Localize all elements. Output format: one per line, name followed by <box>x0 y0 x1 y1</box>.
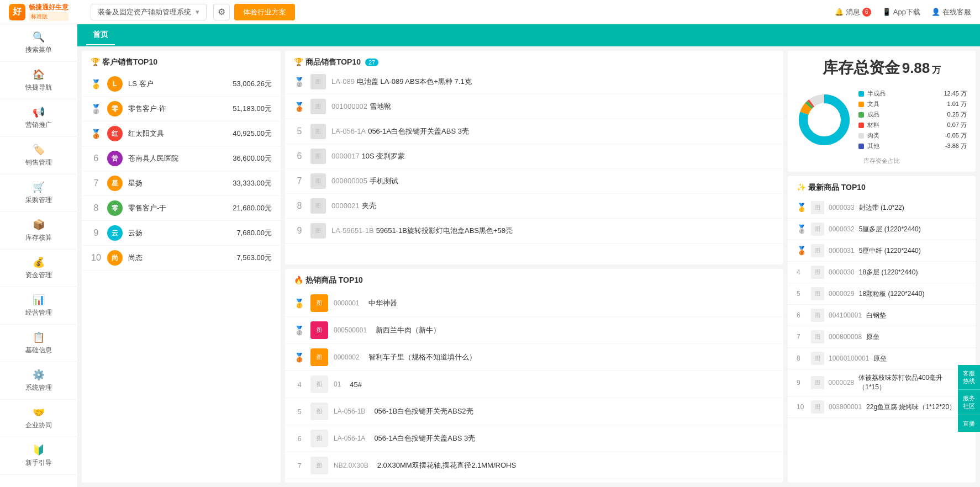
sidebar-item-marketing[interactable]: 📢 营销推广 <box>0 99 77 137</box>
np-rank: 6 <box>797 311 807 319</box>
notifications-button[interactable]: 🔔 消息 6 <box>835 7 871 17</box>
inventory-icon: 📦 <box>33 219 45 231</box>
sidebar-item-inventory[interactable]: 📦 库存核算 <box>0 212 77 250</box>
product-image-placeholder: 图 <box>310 403 328 420</box>
trial-button[interactable]: 体验行业方案 <box>234 4 295 20</box>
sidebar-item-cooperation[interactable]: 🤝 企业协同 <box>0 400 77 437</box>
rank-name: 零售客户-许 <box>128 104 227 114</box>
hot-product-item: 4 图 01 45# <box>285 371 783 398</box>
customer-rank-item: 10 尚 尚态 7,563.00元 <box>82 246 281 271</box>
rank-avatar: 星 <box>107 176 123 191</box>
customer-rank-item: 6 苦 苍南县人民医院 36,600.00元 <box>82 146 281 171</box>
rank-number: 7 <box>91 178 102 188</box>
legend-color <box>858 133 864 139</box>
tab-home[interactable]: 首页 <box>86 25 115 45</box>
new-product-item: 5 图 0000029 18颗粒板 (1220*2440) <box>788 283 976 305</box>
right-panel: 库存总资金 9.88 万 <box>788 51 976 483</box>
new-product-item: 🥉 图 0000031 5厘中纤 (1220*2440) <box>788 240 976 262</box>
float-button-1[interactable]: 服务社区 <box>958 390 980 415</box>
sidebar-item-system[interactable]: ⚙️ 系统管理 <box>0 362 77 400</box>
sidebar-purchase-label: 采购管理 <box>25 195 52 205</box>
sidebar-item-search[interactable]: 🔍 搜索菜单 <box>0 24 77 62</box>
sidebar-item-purchase[interactable]: 🛒 采购管理 <box>0 174 77 212</box>
product-code: 01 <box>334 380 341 388</box>
finance-icon: 💰 <box>33 256 45 268</box>
np-code: 0000029 <box>829 290 855 298</box>
new-product-item: 10 图 003800001 22g鱼豆腐·烧烤味（1*12*20） <box>788 396 976 418</box>
np-code: 000800008 <box>829 333 862 341</box>
sidebar-item-base-info[interactable]: 📋 基础信息 <box>0 325 77 362</box>
logo-area: 好 畅捷通好生意 标准版 <box>9 3 86 21</box>
rank-avatar: 红 <box>107 126 123 141</box>
product-code: 000500001 <box>334 326 367 334</box>
sidebar-item-sales[interactable]: 🏷️ 销售管理 <box>0 137 77 174</box>
legend-name: 半成品 <box>867 89 940 98</box>
np-thumbnail: 图 <box>811 309 824 322</box>
sidebar-item-quick-nav[interactable]: 🏠 快捷导航 <box>0 62 77 99</box>
customer-rank-list: 🥇 L LS 客户 53,006.26元 🥈 零 零售客户-许 51,183.0… <box>82 72 281 271</box>
legend-value: 0.07 万 <box>947 121 967 129</box>
cooperation-icon: 🤝 <box>33 406 45 419</box>
sidebar-marketing-label: 营销推广 <box>25 120 52 130</box>
new-product-item: 9 图 0000028 体被荔枝味苏打饮品400毫升（1*15） <box>788 369 976 396</box>
online-service-button[interactable]: 👤 在线客服 <box>931 7 971 17</box>
product-image: 图 <box>310 321 328 339</box>
float-button-2[interactable]: 直播 <box>958 415 980 432</box>
app-download-button[interactable]: 📱 App下载 <box>882 7 920 17</box>
chevron-down-icon[interactable]: ▾ <box>196 8 199 16</box>
sidebar-item-operations[interactable]: 📊 经营管理 <box>0 287 77 325</box>
sidebar-operations-label: 经营管理 <box>25 308 52 317</box>
customer-rankings-title: 🏆 客户销售TOP10 <box>82 51 281 72</box>
legend-value: 1.01 万 <box>947 100 967 108</box>
rank-amount: 40,925.00元 <box>233 129 272 139</box>
product-image-placeholder: 图 <box>310 430 328 447</box>
inventory-label: 库存资金占比 <box>797 157 967 165</box>
hot-product-item: 🥈 图 000500001 新西兰牛肉（新牛） <box>285 317 783 344</box>
product-thumbnail: 图 <box>310 74 326 89</box>
sidebar-inventory-label: 库存核算 <box>25 233 52 242</box>
np-name: 22g鱼豆腐·烧烤味（1*12*20） <box>866 403 956 412</box>
legend-name: 材料 <box>867 121 944 129</box>
new-products-list: 🥇 图 0000033 封边带 (1.0*22) 🥈 图 0000032 5厘多… <box>788 197 976 418</box>
settings-icon[interactable]: ⚙ <box>213 4 230 20</box>
hot-products-list: 🥇 图 0000001 中华神器 🥈 图 000500001 新西兰牛肉（新牛）… <box>285 290 783 483</box>
legend-color <box>858 102 864 107</box>
legend-item: 肉类 -0.05 万 <box>858 131 967 140</box>
float-button-0[interactable]: 客服热线 <box>958 365 980 390</box>
phone-icon: 📱 <box>882 8 891 16</box>
legend-value: 0.25 万 <box>947 110 967 119</box>
product-thumbnail: 图 <box>310 124 326 139</box>
logo-icon: 好 <box>9 4 25 20</box>
product-code: 0000001 <box>334 299 360 307</box>
sidebar-base-info-label: 基础信息 <box>25 346 52 355</box>
main-layout: 🔍 搜索菜单 🏠 快捷导航 📢 营销推广 🏷️ 销售管理 🛒 采购管理 📦 库存… <box>0 24 980 487</box>
marketing-icon: 📢 <box>33 106 45 118</box>
customer-rank-item: 7 星 星扬 33,333.00元 <box>82 171 281 196</box>
np-thumbnail: 图 <box>811 376 824 389</box>
customer-rankings-panel: 🏆 客户销售TOP10 🥇 L LS 客户 53,006.26元 🥈 零 零售客… <box>82 51 281 483</box>
product-info: 000800005手机测试 <box>331 176 774 186</box>
middle-panel: 🏆 商品销售TOP1027 🥈 图 LA-089电池盖 LA-089 ABS本色… <box>285 51 783 483</box>
sidebar-guide-label: 新手引导 <box>25 458 52 468</box>
rank-number: 🥇 <box>91 79 102 89</box>
rank-number: 8 <box>91 203 102 213</box>
new-products-card: ✨ 最新商品 TOP10 🥇 图 0000033 封边带 (1.0*22) 🥈 … <box>788 176 976 483</box>
np-rank: 9 <box>797 379 807 387</box>
notification-badge: 6 <box>862 8 871 17</box>
np-code: 0000028 <box>829 379 855 387</box>
top-product-item: 🥈 图 LA-089电池盖 LA-089 ABS本色+黑种 7.1克 <box>285 70 783 94</box>
rank-name: 星扬 <box>128 178 227 188</box>
legend-item: 材料 0.07 万 <box>858 121 967 129</box>
product-info: LA-59651-1B59651-1B旋转投影灯电池盒ABS黑色+58壳 <box>331 226 774 236</box>
rank-name: LS 客户 <box>128 79 227 89</box>
rank-number: 4 <box>294 380 305 389</box>
np-name: 5厘多层 (1220*2440) <box>859 225 921 234</box>
sidebar-item-guide[interactable]: 🔰 新手引导 <box>0 437 77 475</box>
customer-rank-item: 9 云 云扬 7,680.00元 <box>82 221 281 246</box>
sidebar-item-finance[interactable]: 💰 资金管理 <box>0 250 77 287</box>
legend-name: 肉类 <box>867 131 942 140</box>
system-selector[interactable]: 装备及固定资产辅助管理系统 ▾ <box>91 4 207 20</box>
new-product-item: 🥇 图 0000033 封边带 (1.0*22) <box>788 197 976 219</box>
product-name: 中华神器 <box>368 298 397 308</box>
rank-amount: 21,680.00元 <box>233 203 272 213</box>
